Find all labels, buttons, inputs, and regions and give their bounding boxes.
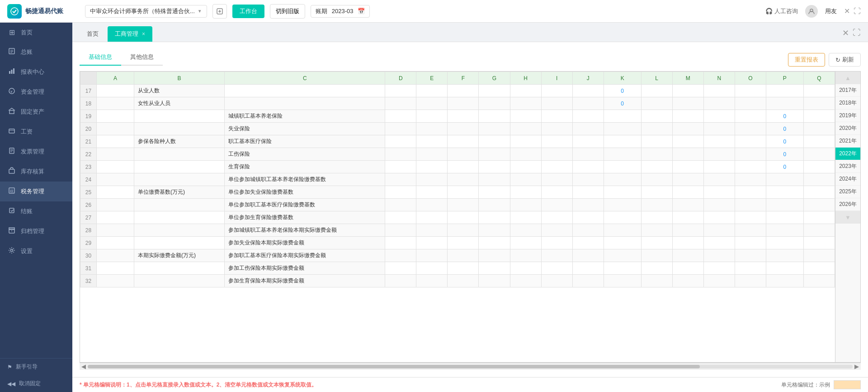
close-window-btn[interactable]: ✕ — [844, 7, 850, 15]
cell-22-a[interactable] — [97, 148, 134, 161]
cell-19-h[interactable] — [510, 110, 541, 123]
cell-32-o[interactable] — [735, 275, 766, 287]
cell-32-j[interactable] — [572, 275, 604, 287]
cell-20-j[interactable] — [572, 123, 604, 135]
cell-21-m[interactable] — [672, 135, 703, 148]
cell-26-k[interactable] — [604, 199, 641, 211]
cell-25-h[interactable] — [510, 186, 541, 199]
cell-17-c[interactable] — [225, 85, 385, 97]
year-item-2017[interactable]: 2017年 — [835, 84, 860, 97]
cell-18-k[interactable]: 0 — [604, 97, 641, 110]
cell-24-o[interactable] — [735, 173, 766, 186]
cell-23-e[interactable] — [416, 161, 448, 173]
cell-27-b[interactable] — [134, 211, 224, 224]
cell-26-j[interactable] — [572, 199, 604, 211]
cell-31-p[interactable] — [766, 262, 803, 275]
cell-25-g[interactable] — [479, 186, 510, 199]
cell-30-o[interactable] — [735, 249, 766, 262]
cell-31-l[interactable] — [641, 262, 672, 275]
sidebar-new-guide[interactable]: ⚑ 新手引导 — [0, 359, 72, 375]
cell-18-e[interactable] — [416, 97, 448, 110]
cell-28-i[interactable] — [541, 224, 572, 237]
cell-32-k[interactable] — [604, 275, 641, 287]
sidebar-item-fund[interactable]: ¥ 资金管理 — [0, 82, 72, 102]
cell-23-a[interactable] — [97, 161, 134, 173]
user-service[interactable]: 🎧 人工咨询 — [765, 7, 798, 15]
cell-28-f[interactable] — [448, 224, 479, 237]
cell-20-h[interactable] — [510, 123, 541, 135]
cell-26-q[interactable] — [803, 199, 835, 211]
cell-32-d[interactable] — [385, 275, 416, 287]
cell-26-c[interactable]: 单位参加职工基本医疗保险缴费基数 — [225, 199, 385, 211]
cell-29-l[interactable] — [641, 237, 672, 249]
cell-20-o[interactable] — [735, 123, 766, 135]
cell-23-n[interactable] — [703, 161, 735, 173]
cell-18-i[interactable] — [541, 97, 572, 110]
year-panel-down-arrow[interactable]: ▼ — [835, 211, 860, 224]
cell-22-e[interactable] — [416, 148, 448, 161]
cell-32-h[interactable] — [510, 275, 541, 287]
cell-28-h[interactable] — [510, 224, 541, 237]
period-area[interactable]: 账期 2023-03 📅 — [311, 5, 370, 18]
cell-29-k[interactable] — [604, 237, 641, 249]
cell-26-n[interactable] — [703, 199, 735, 211]
cell-30-c[interactable]: 参加职工基本医疗保险本期实际缴费金额 — [225, 249, 385, 262]
year-item-2023[interactable]: 2023年 — [835, 160, 860, 173]
cell-20-q[interactable] — [803, 123, 835, 135]
cell-29-c[interactable]: 参加失业保险本期实际缴费金额 — [225, 237, 385, 249]
cell-25-e[interactable] — [416, 186, 448, 199]
cell-19-o[interactable] — [735, 110, 766, 123]
sub-tab-other[interactable]: 其他信息 — [121, 49, 163, 66]
cell-28-m[interactable] — [672, 224, 703, 237]
cell-30-q[interactable] — [803, 249, 835, 262]
cell-21-k[interactable] — [604, 135, 641, 148]
cell-26-p[interactable] — [766, 199, 803, 211]
cell-31-b[interactable] — [134, 262, 224, 275]
cell-21-i[interactable] — [541, 135, 572, 148]
cell-28-a[interactable] — [97, 224, 134, 237]
cell-22-j[interactable] — [572, 148, 604, 161]
cell-30-p[interactable] — [766, 249, 803, 262]
cell-25-b[interactable]: 单位缴费基数(万元) — [134, 186, 224, 199]
sidebar-unpin[interactable]: ◀◀ 取消固定 — [0, 375, 72, 392]
cell-32-p[interactable] — [766, 275, 803, 287]
cell-19-c[interactable]: 城镇职工基本养老保险 — [225, 110, 385, 123]
cell-25-l[interactable] — [641, 186, 672, 199]
cell-19-e[interactable] — [416, 110, 448, 123]
cell-24-h[interactable] — [510, 173, 541, 186]
cell-30-n[interactable] — [703, 249, 735, 262]
cell-25-i[interactable] — [541, 186, 572, 199]
cell-21-o[interactable] — [735, 135, 766, 148]
cell-22-q[interactable] — [803, 148, 835, 161]
cell-18-n[interactable] — [703, 97, 735, 110]
horizontal-scrollbar[interactable]: ◀ ▶ — [80, 363, 861, 370]
cell-32-e[interactable] — [416, 275, 448, 287]
cell-25-k[interactable] — [604, 186, 641, 199]
cell-29-b[interactable] — [134, 237, 224, 249]
cell-22-m[interactable] — [672, 148, 703, 161]
cell-17-p[interactable] — [766, 85, 803, 97]
cell-20-m[interactable] — [672, 123, 703, 135]
cell-27-c[interactable]: 单位参加生育保险缴费基数 — [225, 211, 385, 224]
cell-26-b[interactable] — [134, 199, 224, 211]
cell-27-k[interactable] — [604, 211, 641, 224]
cell-20-l[interactable] — [641, 123, 672, 135]
cell-22-k[interactable] — [604, 148, 641, 161]
cell-17-o[interactable] — [735, 85, 766, 97]
sidebar-item-wage[interactable]: 工资 — [0, 122, 72, 142]
cell-31-h[interactable] — [510, 262, 541, 275]
company-icon-btn[interactable] — [212, 4, 227, 19]
cell-17-m[interactable] — [672, 85, 703, 97]
cell-23-c[interactable]: 生育保险 — [225, 161, 385, 173]
tab-close-btn[interactable]: ✕ — [842, 28, 849, 38]
cell-18-f[interactable] — [448, 97, 479, 110]
cell-20-g[interactable] — [479, 123, 510, 135]
cell-32-i[interactable] — [541, 275, 572, 287]
cell-17-b[interactable]: 从业人数 — [134, 85, 224, 97]
cell-24-k[interactable] — [604, 173, 641, 186]
year-item-2025[interactable]: 2025年 — [835, 186, 860, 198]
cell-29-n[interactable] — [703, 237, 735, 249]
year-item-2024[interactable]: 2024年 — [835, 173, 860, 186]
cell-21-c[interactable]: 职工基本医疗保险 — [225, 135, 385, 148]
cell-23-o[interactable] — [735, 161, 766, 173]
